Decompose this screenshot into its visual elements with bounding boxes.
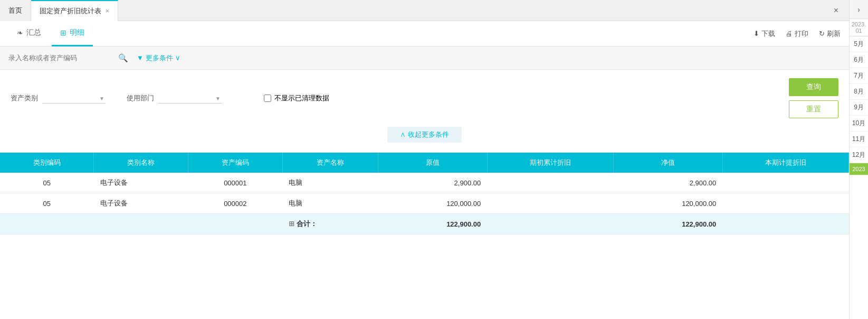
month-8[interactable]: 8月 [850,84,869,100]
year-2023[interactable]: 2023 [850,163,869,175]
tab-depreciation[interactable]: 固定资产折旧统计表 × [31,0,118,21]
cell-asset-name: 电脑 [282,173,378,193]
download-icon: ⬇ [753,30,759,37]
print-label: 打印 [795,29,808,39]
cell-original-value: 2,900.00 [378,173,487,193]
total-net-value: 122,900.00 [613,214,722,234]
collapse-up-icon: ∧ [400,130,408,138]
department-select[interactable] [158,93,222,104]
cell-current-dep [722,173,848,193]
month-10[interactable]: 10月 [850,116,869,132]
asset-category-label: 资产类别 [11,93,38,103]
filter-icon: ▼ [137,54,144,62]
refresh-label: 刷新 [827,29,841,39]
search-icon[interactable]: 🔍 [118,53,128,63]
col-current-depreciation: 本期计提折旧 [722,153,848,173]
asset-category-group: 资产类别 ▼ [11,93,106,104]
month-12[interactable]: 12月 [850,147,869,163]
more-conditions-label: 更多条件 [146,53,173,63]
col-category-code: 类别编码 [0,153,94,173]
total-label-cell [0,214,282,234]
cell-asset-name: 电脑 [282,193,378,214]
print-icon: 🖨 [786,30,793,37]
cell-category-name: 电子设备 [94,173,188,193]
col-accum-depreciation: 期初累计折旧 [487,153,613,173]
search-bar: 🔍 ▼ 更多条件 ∨ [0,46,849,70]
right-sidebar: › 2023.01 5月 6月 7月 8月 9月 10月 11月 12月 202… [849,0,868,319]
month-7[interactable]: 7月 [850,68,869,84]
department-select-wrapper: ▼ [158,93,222,104]
download-button[interactable]: ⬇ 下载 [753,29,775,39]
table-row: 05 电子设备 000001 电脑 2,900.00 2,900.00 [0,173,849,193]
total-current-dep [722,214,848,234]
col-category-name: 类别名称 [94,153,188,173]
asset-category-select[interactable] [42,93,106,104]
summary-icon: ❧ [17,29,23,37]
month-6[interactable]: 6月 [850,52,869,68]
tab-summary[interactable]: ❧ 汇总 [8,21,50,46]
collapse-button[interactable]: ∧ 收起更多条件 [387,127,462,143]
col-original-value: 原值 [378,153,487,173]
cell-net-value: 120,000.00 [613,193,722,214]
tab-close-icon[interactable]: × [106,7,109,15]
window-close-button[interactable]: × [834,6,849,15]
total-row: ⊞合计： 122,900.00 122,900.00 [0,214,849,234]
cell-asset-code: 000002 [188,193,282,214]
tab-bar: 首页 固定资产折旧统计表 × × [0,0,849,21]
search-input[interactable] [8,54,114,62]
total-label: ⊞合计： [282,214,378,234]
cell-accum-dep [487,173,613,193]
cell-category-code: 05 [0,173,94,193]
toolbar-actions: ⬇ 下载 🖨 打印 ↻ 刷新 [753,29,841,39]
btn-group: 查询 重置 [789,78,838,118]
data-table: 类别编码 类别名称 资产编码 资产名称 原值 期初累计折旧 净值 本期计提折旧 … [0,153,849,234]
detail-icon: ⊞ [60,29,66,37]
department-label: 使用部门 [127,93,154,103]
date-display: 2023.01 [850,19,868,36]
month-9[interactable]: 9月 [850,100,869,116]
sidebar-toggle-button[interactable]: › [850,0,869,19]
total-accum-dep [487,214,613,234]
collapse-row: ∧ 收起更多条件 [11,125,838,148]
total-original-value: 122,900.00 [378,214,487,234]
tab-home[interactable]: 首页 [0,0,31,21]
table-row: 05 电子设备 000002 电脑 120,000.00 120,000.00 [0,193,849,214]
cell-accum-dep [487,193,613,214]
cell-asset-code: 000001 [188,173,282,193]
query-button[interactable]: 查询 [789,78,838,96]
department-group: 使用部门 ▼ [127,93,222,104]
table-header-row: 类别编码 类别名称 资产编码 资产名称 原值 期初累计折旧 净值 本期计提折旧 [0,153,849,173]
month-5[interactable]: 5月 [850,36,869,52]
cell-net-value: 2,900.00 [613,173,722,193]
print-button[interactable]: 🖨 打印 [786,29,808,39]
collapse-label: 收起更多条件 [408,130,449,138]
cell-category-code: 05 [0,193,94,214]
refresh-icon: ↻ [819,30,825,37]
month-11[interactable]: 11月 [850,132,869,147]
col-asset-name: 资产名称 [282,153,378,173]
no-cleared-label: 不显示已清理数据 [274,93,329,103]
filter-area: 资产类别 ▼ 使用部门 ▼ 不显示已清理数 [0,70,849,153]
tab-summary-label: 汇总 [26,28,41,37]
download-label: 下载 [761,29,775,39]
no-cleared-checkbox[interactable] [264,95,271,102]
chevron-down-icon: ∨ [175,54,180,62]
refresh-button[interactable]: ↻ 刷新 [819,29,841,39]
reset-button[interactable]: 重置 [789,100,838,118]
tab-depreciation-label: 固定资产折旧统计表 [40,6,101,16]
tab-detail[interactable]: ⊞ 明细 [52,21,93,46]
no-cleared-group: 不显示已清理数据 [264,93,329,103]
cell-current-dep [722,193,848,214]
toolbar: ❧ 汇总 ⊞ 明细 ⬇ 下载 🖨 打印 ↻ 刷新 [0,21,849,46]
tab-home-label: 首页 [8,6,22,15]
more-conditions-button[interactable]: ▼ 更多条件 ∨ [137,53,180,63]
col-net-value: 净值 [613,153,722,173]
asset-category-select-wrapper: ▼ [42,93,106,104]
col-asset-code: 资产编码 [188,153,282,173]
cell-original-value: 120,000.00 [378,193,487,214]
cell-category-name: 电子设备 [94,193,188,214]
table-area: 类别编码 类别名称 资产编码 资产名称 原值 期初累计折旧 净值 本期计提折旧 … [0,153,849,319]
tab-detail-label: 明细 [70,28,84,37]
filter-row: 资产类别 ▼ 使用部门 ▼ 不显示已清理数 [11,78,838,118]
